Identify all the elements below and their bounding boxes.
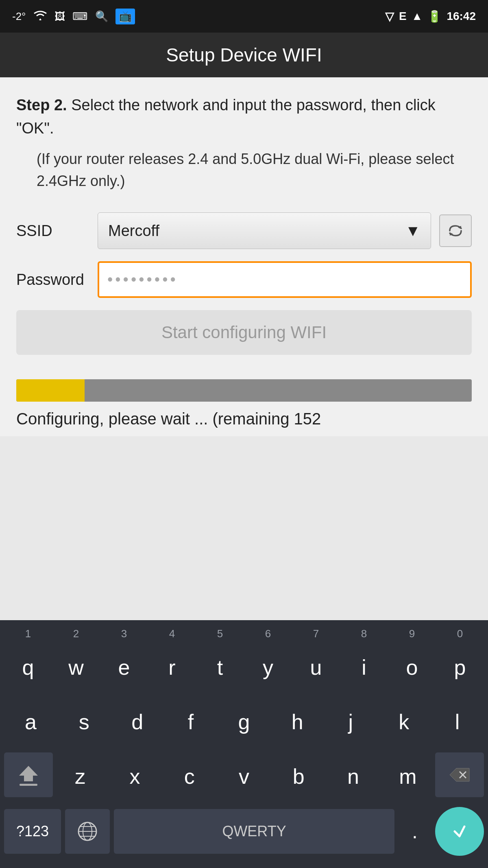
key-hint-1: 1	[4, 627, 52, 640]
svg-marker-2	[19, 766, 38, 781]
key-hint-4: 4	[148, 627, 196, 640]
key-w[interactable]: w	[54, 645, 98, 690]
delete-button[interactable]	[435, 752, 484, 797]
key-hint-3: 3	[100, 627, 148, 640]
temperature: -2°	[12, 10, 26, 23]
keyboard-icon: ⌨	[72, 10, 88, 23]
key-hint-6: 6	[244, 627, 292, 640]
ssid-dropdown[interactable]: Mercoff ▼	[98, 212, 431, 249]
wifi-icon	[33, 9, 47, 24]
key-g[interactable]: g	[220, 700, 268, 744]
status-left: -2° 🖼 ⌨ 🔍 📺	[12, 9, 135, 24]
key-f[interactable]: f	[166, 700, 215, 744]
signal-bars: ▲	[412, 10, 423, 23]
symbols-button[interactable]: ?123	[4, 809, 61, 854]
step-description: Select the network and input the passwor…	[16, 96, 436, 137]
space-button[interactable]: QWERTY	[114, 809, 394, 854]
key-j[interactable]: j	[327, 700, 375, 744]
key-z[interactable]: z	[55, 754, 105, 799]
symbols-label: ?123	[16, 823, 49, 840]
progress-fill	[16, 379, 85, 402]
keyboard-row-2: a s d f g h j k l	[0, 695, 488, 749]
dot-button[interactable]: .	[399, 809, 431, 854]
configure-wifi-button[interactable]: Start configuring WIFI	[16, 310, 472, 355]
globe-button[interactable]	[65, 809, 110, 854]
key-y[interactable]: y	[246, 645, 290, 690]
key-c[interactable]: c	[165, 754, 214, 799]
key-o[interactable]: o	[390, 645, 434, 690]
key-hint-7: 7	[292, 627, 340, 640]
key-b[interactable]: b	[274, 754, 323, 799]
chevron-down-icon: ▼	[405, 222, 420, 240]
status-bar: -2° 🖼 ⌨ 🔍 📺 ▽ E ▲ 🔋 16:42	[0, 0, 488, 33]
key-r[interactable]: r	[150, 645, 194, 690]
step-label: Step 2.	[16, 96, 67, 114]
password-label: Password	[16, 271, 98, 289]
key-hint-5: 5	[196, 627, 244, 640]
key-l[interactable]: l	[433, 700, 481, 744]
search-icon: 🔍	[95, 10, 108, 23]
ssid-row: SSID Mercoff ▼	[16, 212, 472, 249]
key-u[interactable]: u	[294, 645, 338, 690]
keyboard: 1 2 3 4 5 6 7 8 9 0 q w e r t y u i o p …	[0, 620, 488, 868]
keyboard-bottom-row: ?123 QWERTY .	[0, 804, 488, 868]
key-s[interactable]: s	[60, 700, 108, 744]
step-text: Step 2. Select the network and input the…	[16, 94, 472, 140]
cast-icon: 📺	[115, 9, 135, 24]
key-hint-0: 0	[436, 627, 484, 640]
keyboard-row-1: q w e r t y u i o p	[0, 640, 488, 695]
key-q[interactable]: q	[7, 645, 50, 690]
key-m[interactable]: m	[383, 754, 433, 799]
key-p[interactable]: p	[438, 645, 481, 690]
key-hint-9: 9	[388, 627, 436, 640]
ssid-wrapper: Mercoff ▼	[98, 212, 472, 249]
progress-section: Configuring, please wait ... (remaining …	[0, 367, 488, 436]
battery-icon: 🔋	[427, 10, 442, 23]
keyboard-numbers-row: 1 2 3 4 5 6 7 8 9 0	[0, 620, 488, 640]
key-v[interactable]: v	[219, 754, 269, 799]
key-k[interactable]: k	[380, 700, 428, 744]
key-n[interactable]: n	[328, 754, 378, 799]
title-bar: Setup Device WIFI	[0, 33, 488, 77]
carrier-icon: E	[399, 10, 407, 23]
progress-bar-container	[16, 379, 472, 402]
key-a[interactable]: a	[7, 700, 55, 744]
key-t[interactable]: t	[198, 645, 242, 690]
page-title: Setup Device WIFI	[166, 44, 322, 66]
password-input[interactable]	[98, 261, 472, 298]
key-hint-2: 2	[52, 627, 100, 640]
ssid-label: SSID	[16, 222, 98, 240]
dot-label: .	[412, 820, 418, 843]
key-hint-8: 8	[340, 627, 388, 640]
progress-text: Configuring, please wait ... (remaining …	[16, 410, 321, 428]
password-row: Password	[16, 261, 472, 298]
key-d[interactable]: d	[113, 700, 161, 744]
signal-icon: ▽	[385, 10, 394, 23]
key-i[interactable]: i	[342, 645, 386, 690]
key-e[interactable]: e	[102, 645, 146, 690]
refresh-button[interactable]	[439, 214, 472, 247]
key-h[interactable]: h	[273, 700, 322, 744]
key-x[interactable]: x	[110, 754, 159, 799]
enter-button[interactable]	[435, 807, 484, 856]
status-right: ▽ E ▲ 🔋 16:42	[385, 10, 476, 23]
ssid-value: Mercoff	[108, 222, 159, 240]
keyboard-row-3: z x c v b n m	[0, 749, 488, 804]
note-text: (If your router releases 2.4 and 5.0GHz …	[37, 148, 472, 192]
main-content: Step 2. Select the network and input the…	[0, 77, 488, 367]
image-icon: 🖼	[54, 10, 65, 23]
space-label: QWERTY	[222, 823, 286, 840]
time: 16:42	[447, 10, 476, 23]
shift-button[interactable]	[4, 752, 53, 797]
